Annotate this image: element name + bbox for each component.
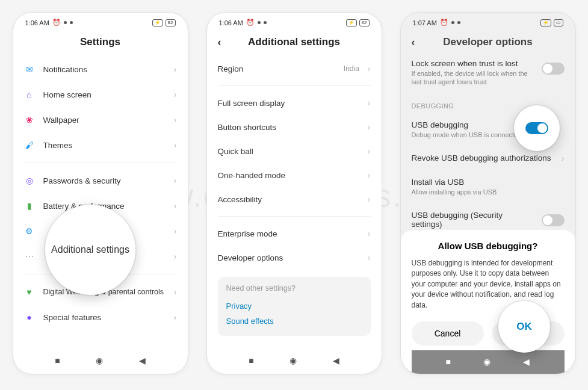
highlight-label: OK (516, 321, 532, 333)
settings-item-label: Enterprise mode (218, 229, 359, 238)
settings-item-value: India (344, 64, 359, 73)
settings-item-sub: Allow installing apps via USB (412, 188, 565, 196)
battery-icon: 82 (166, 19, 176, 26)
notifications-icon: ✉ (24, 64, 35, 75)
settings-item-label: Region (218, 64, 335, 73)
link-sound-effects[interactable]: Sound effects (226, 314, 362, 329)
nav-home-icon[interactable]: ◉ (289, 356, 297, 365)
nav-recent-icon[interactable]: ■ (249, 356, 253, 365)
settings-item-passwords[interactable]: ◎ Passwords & security › (24, 168, 177, 193)
status-time: 1:06 AM (219, 19, 243, 26)
wellbeing-icon: ♥ (24, 286, 35, 297)
settings-item-label: USB debugging (Security settings) (412, 211, 533, 229)
toggle-switch[interactable] (542, 63, 565, 75)
link-privacy[interactable]: Privacy (226, 299, 362, 314)
nav-back-icon[interactable]: ◀ (139, 356, 146, 365)
divider (24, 162, 177, 163)
settings-item-region[interactable]: Region India › (218, 57, 371, 81)
page-title: Settings (80, 36, 120, 48)
page-header: ‹ Developer options (401, 30, 575, 57)
highlight-usb-toggle (514, 105, 560, 151)
nav-home-icon[interactable]: ◉ (96, 356, 103, 365)
status-dot-icon (70, 21, 73, 24)
chevron-right-icon: › (368, 229, 371, 238)
settings-item-label: Notifications (43, 65, 166, 74)
nav-bar: ■ ◉ ◀ (412, 350, 565, 374)
status-dot-icon (258, 21, 261, 24)
chevron-right-icon: › (174, 226, 177, 236)
divider (218, 85, 371, 86)
battery-perf-icon: ▮ (24, 200, 35, 211)
chevron-right-icon: › (368, 146, 371, 156)
settings-item-button-shortcuts[interactable]: Button shortcuts › (218, 115, 371, 139)
settings-item-label: One-handed mode (218, 171, 359, 180)
highlight-ok-button: OK (498, 301, 550, 353)
settings-item-label: Developer options (218, 253, 359, 262)
chevron-right-icon: › (174, 115, 177, 125)
settings-item-label: Accessibility (218, 195, 359, 204)
toggle-switch[interactable] (542, 214, 565, 226)
settings-item-label: Lock screen when trust is lost (412, 59, 533, 68)
page-title: Developer options (443, 36, 532, 48)
settings-item-label: Passwords & security (43, 176, 166, 185)
settings-item-home-screen[interactable]: ⌂ Home screen › (24, 82, 177, 107)
highlight-additional-settings: Additional settings (45, 205, 135, 295)
settings-item-developer-options[interactable]: Developer options › (218, 246, 371, 270)
nav-recent-icon[interactable]: ■ (55, 356, 60, 365)
settings-item-notifications[interactable]: ✉ Notifications › (24, 57, 177, 82)
chevron-right-icon: › (174, 64, 177, 74)
cancel-button[interactable]: Cancel (412, 321, 484, 345)
settings-item-accessibility[interactable]: Accessibility › (218, 187, 371, 211)
battery-icon: ▭ (554, 19, 563, 26)
highlight-label: Additional settings (51, 244, 129, 255)
settings-item-label: Special features (43, 313, 166, 322)
settings-item-label: Wallpaper (43, 116, 166, 125)
nav-home-icon[interactable]: ◉ (483, 357, 491, 367)
security-icon: ◎ (24, 175, 35, 186)
chevron-right-icon: › (174, 90, 177, 99)
back-button[interactable]: ‹ (412, 36, 415, 49)
related-settings-title: Need other settings? (226, 284, 362, 292)
chevron-right-icon: › (368, 98, 371, 108)
themes-icon: 🖌 (24, 140, 35, 150)
status-bar: 1:06 AM ⏰ ⚡ 82 (207, 13, 382, 30)
nav-recent-icon[interactable]: ■ (446, 357, 451, 367)
status-dot-icon (457, 21, 460, 24)
chevron-right-icon: › (368, 122, 371, 132)
chevron-right-icon: › (174, 312, 177, 322)
settings-item-wallpaper[interactable]: ❀ Wallpaper › (24, 107, 177, 132)
settings-item-special-features[interactable]: ● Special features › (24, 305, 177, 330)
settings-item-label: Full screen display (218, 99, 359, 108)
special-icon: ● (24, 312, 35, 323)
nav-bar: ■ ◉ ◀ (13, 350, 188, 374)
settings-item-label: Quick ball (218, 147, 359, 156)
gear-icon: ⚙ (24, 226, 35, 237)
alarm-icon: ⏰ (440, 19, 448, 26)
alarm-icon: ⏰ (52, 19, 61, 26)
settings-item-quick-ball[interactable]: Quick ball › (218, 139, 371, 163)
chevron-right-icon: › (174, 176, 177, 185)
back-button[interactable]: ‹ (218, 36, 221, 49)
related-settings-box: Need other settings? Privacy Sound effec… (218, 277, 371, 336)
home-icon: ⌂ (24, 89, 35, 100)
chevron-right-icon: › (368, 253, 371, 262)
wallpaper-icon: ❀ (24, 114, 35, 125)
settings-item-themes[interactable]: 🖌 Themes › (24, 132, 177, 158)
settings-item-fullscreen[interactable]: Full screen display › (218, 91, 371, 115)
settings-item-enterprise[interactable]: Enterprise mode › (218, 221, 371, 246)
divider (218, 216, 371, 217)
nav-back-icon[interactable]: ◀ (333, 356, 339, 365)
settings-item-install-via-usb[interactable]: Install via USB Allow installing apps vi… (412, 170, 565, 203)
chevron-right-icon: › (368, 64, 371, 73)
page-header: Settings (13, 30, 188, 57)
status-dot-icon (264, 21, 267, 24)
status-bar: 1:06 AM ⏰ ⚡ 82 (13, 13, 188, 30)
dialog-title: Allow USB debugging? (412, 241, 565, 251)
settings-item-label: Revoke USB debugging authorizations (412, 153, 553, 162)
nav-back-icon[interactable]: ◀ (523, 357, 530, 367)
phone-settings: 1:06 AM ⏰ ⚡ 82 Settings ✉ Notifications … (13, 12, 188, 374)
status-time: 1:07 AM (413, 19, 437, 26)
settings-item-lock-on-trust-lost[interactable]: Lock screen when trust is lost If enable… (412, 57, 565, 94)
settings-item-sub: If enabled, the device will lock when th… (412, 69, 533, 87)
settings-item-one-handed[interactable]: One-handed mode › (218, 163, 371, 187)
